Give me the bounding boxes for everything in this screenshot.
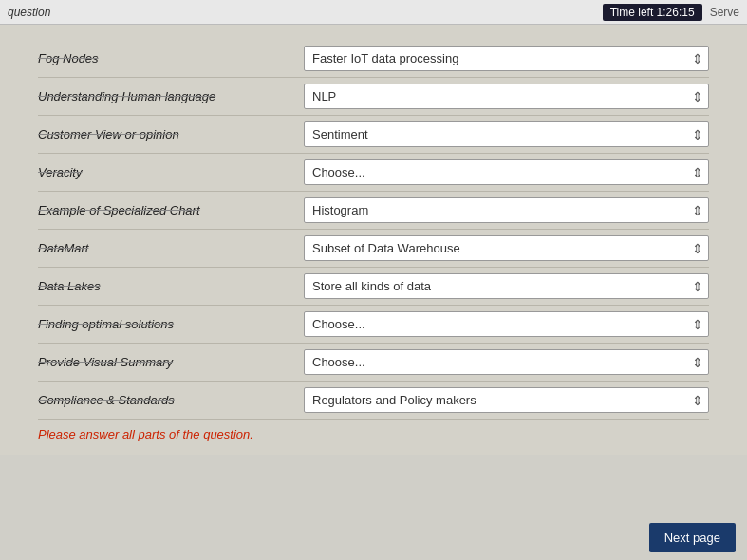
timer-display: Time left 1:26:15 <box>603 4 702 21</box>
qa-row-label: Example of Specialized Chart <box>38 203 304 217</box>
qa-select-understanding-human-language[interactable]: Choose...NLPMachine LearningDeep Learnin… <box>304 84 709 109</box>
qa-row: Finding optimal solutionsChoose...Optimi… <box>38 306 709 344</box>
qa-select-wrapper: Choose...Faster IoT data processingSlowe… <box>304 46 709 71</box>
qa-select-wrapper: Choose...HistogramBar ChartPie ChartScat… <box>304 197 709 223</box>
top-bar: question Time left 1:26:15 Serve <box>0 0 747 25</box>
qa-select-provide-visual-summary[interactable]: Choose...DashboardReportInfographic <box>304 349 709 375</box>
qa-select-customer-view[interactable]: Choose...SentimentSurveyAnalytics <box>304 121 709 147</box>
top-bar-right: Time left 1:26:15 Serve <box>603 4 739 21</box>
serve-label: Serve <box>710 6 739 19</box>
qa-row-label: Provide Visual Summary <box>38 355 304 369</box>
qa-row: Provide Visual SummaryChoose...Dashboard… <box>38 344 709 382</box>
qa-select-wrapper: Choose...Regulators and Policy makersInt… <box>304 387 709 413</box>
next-page-button[interactable]: Next page <box>649 523 736 552</box>
qa-select-example-specialized-chart[interactable]: Choose...HistogramBar ChartPie ChartScat… <box>304 197 709 223</box>
qa-row: DataMartChoose...Subset of Data Warehous… <box>38 230 709 268</box>
bottom-bar: Next page <box>638 515 747 560</box>
question-label: question <box>8 6 50 19</box>
qa-select-wrapper: Choose...Subset of Data WarehouseData Re… <box>304 235 709 261</box>
qa-select-fog-nodes[interactable]: Choose...Faster IoT data processingSlowe… <box>304 46 709 71</box>
qa-row-label: Understanding Human language <box>38 89 304 103</box>
qa-row-label: Compliance & Standards <box>38 393 304 407</box>
qa-row-label: Fog Nodes <box>38 51 304 65</box>
qa-select-finding-optimal-solutions[interactable]: Choose...OptimizationMachine LearningAI <box>304 311 709 337</box>
qa-row-label: Customer View or opinion <box>38 127 304 141</box>
main-content: Fog NodesChoose...Faster IoT data proces… <box>0 25 747 455</box>
qa-row-label: Data Lakes <box>38 279 304 293</box>
qa-row: Example of Specialized ChartChoose...His… <box>38 192 709 230</box>
qa-select-wrapper: Choose...OptimizationMachine LearningAI⇕ <box>304 311 709 337</box>
qa-row: VeracityChoose...Data QualityData Accura… <box>38 154 709 192</box>
qa-row: Compliance & StandardsChoose...Regulator… <box>38 382 709 420</box>
qa-select-wrapper: Choose...NLPMachine LearningDeep Learnin… <box>304 84 709 109</box>
qa-row-label: Finding optimal solutions <box>38 317 304 331</box>
qa-row-label: DataMart <box>38 241 304 255</box>
qa-select-veracity[interactable]: Choose...Data QualityData AccuracyTrustw… <box>304 159 709 185</box>
qa-select-wrapper: Choose...Store all kinds of dataStructur… <box>304 273 709 299</box>
qa-select-wrapper: Choose...DashboardReportInfographic⇕ <box>304 349 709 375</box>
qa-select-wrapper: Choose...SentimentSurveyAnalytics⇕ <box>304 121 709 147</box>
qa-row: Data LakesChoose...Store all kinds of da… <box>38 268 709 306</box>
qa-row: Fog NodesChoose...Faster IoT data proces… <box>38 40 709 78</box>
qa-row: Understanding Human languageChoose...NLP… <box>38 78 709 116</box>
qa-select-data-lakes[interactable]: Choose...Store all kinds of dataStructur… <box>304 273 709 299</box>
qa-row: Customer View or opinionChoose...Sentime… <box>38 116 709 154</box>
qa-select-datamart[interactable]: Choose...Subset of Data WarehouseData Re… <box>304 235 709 261</box>
qa-select-compliance-standards[interactable]: Choose...Regulators and Policy makersInt… <box>304 387 709 413</box>
qa-row-label: Veracity <box>38 165 304 179</box>
qa-rows-container: Fog NodesChoose...Faster IoT data proces… <box>38 40 709 420</box>
qa-select-wrapper: Choose...Data QualityData AccuracyTrustw… <box>304 159 709 185</box>
error-message: Please answer all parts of the question. <box>38 420 709 445</box>
